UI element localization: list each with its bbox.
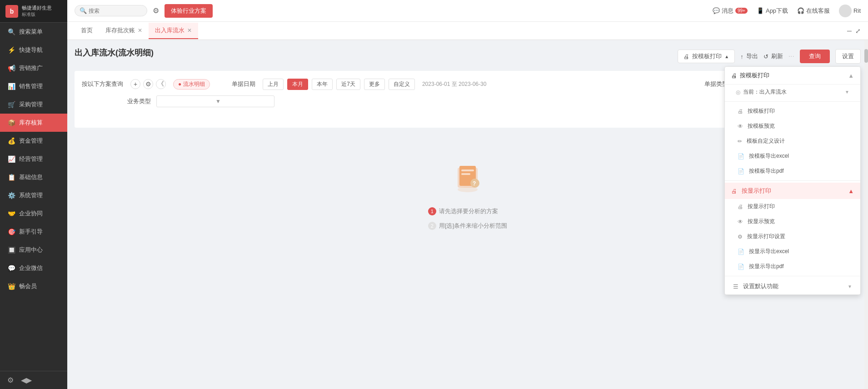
online-service-label: 在线客服 — [806, 7, 830, 15]
sidebar-item-basic[interactable]: 📋 基础信息 — [0, 168, 67, 186]
panel-collapse-icon[interactable]: ▲ — [848, 72, 854, 79]
sidebar-item-guide[interactable]: 🎯 新手引导 — [0, 223, 67, 241]
filter-tag-flow[interactable]: ● 流水明细 — [173, 79, 210, 90]
settings-filter-button[interactable]: ⚙ — [143, 79, 153, 89]
header-left: 🔍 ⚙ 体验行业方案 — [75, 4, 213, 18]
filter-tag-dot: ● — [178, 81, 181, 87]
page-body: 出入库流水(流水明细) 🖨 按模板打印 ▲ ↑ 导出 ↺ 刷新 ··· 查询 设… — [67, 40, 868, 389]
panel-display-print[interactable]: 🖨 按显示打印 — [725, 199, 860, 214]
panel-template-export-excel[interactable]: 📄 按模板导出excel — [725, 149, 860, 164]
panel-default-settings[interactable]: ☰ 设置默认功能 ▼ — [725, 278, 860, 294]
more-options-icon[interactable]: ··· — [788, 52, 794, 60]
display-pdf-icon: 📄 — [738, 264, 744, 270]
panel-template-custom[interactable]: ✏ 模板自定义设计 — [725, 134, 860, 149]
refresh-button[interactable]: ↺ 刷新 — [763, 52, 783, 60]
print-template-button[interactable]: 🖨 按模板打印 ▲ — [678, 50, 735, 63]
print-dropdown-panel: 🖨 按模板打印 ▲ ◎ 当前：出入库流水 ▼ 🖨 按模板打印 👁 按模板预览 — [724, 66, 861, 295]
display-section-arrow: ▲ — [848, 188, 854, 194]
panel-header-title: 🖨 按模板打印 — [731, 71, 769, 80]
svg-rect-3 — [461, 170, 474, 171]
scroll-thumb[interactable] — [864, 49, 868, 63]
panel-display-section-header[interactable]: 🖨 按显示打印 ▲ — [725, 183, 860, 199]
message-item[interactable]: 💬 消息 99+ — [713, 7, 748, 15]
setting-button[interactable]: 设置 — [835, 49, 861, 64]
panel-display-preview[interactable]: 👁 按显示预览 — [725, 214, 860, 229]
sidebar-item-operation[interactable]: 📈 经营管理 — [0, 150, 67, 168]
sidebar-item-purchase-label: 采购管理 — [19, 100, 43, 109]
date-7days-btn[interactable]: 近7天 — [336, 79, 360, 90]
date-year-btn[interactable]: 本年 — [312, 79, 333, 90]
collapse-filter-button[interactable]: 《 — [156, 79, 166, 89]
sidebar-item-member[interactable]: 👑 畅会员 — [0, 277, 67, 295]
panel-display-settings[interactable]: ⚙ 按显示打印设置 — [725, 229, 860, 244]
sidebar: b 畅捷通好生意 标准版 🔍 搜索菜单 ⚡ 快捷导航 📢 营销推广 📊 销售管理… — [0, 0, 67, 389]
tab-batch-close[interactable]: ✕ — [138, 27, 142, 34]
logo-icon: b — [5, 5, 18, 18]
scroll-track[interactable] — [864, 40, 868, 389]
online-service-item[interactable]: 🎧 在线客服 — [797, 7, 830, 15]
panel-display-export-pdf[interactable]: 📄 按显示导出pdf — [725, 259, 860, 274]
tab-flow[interactable]: 出入库流水 ✕ — [149, 23, 198, 39]
sidebar-item-search[interactable]: 🔍 搜索菜单 — [0, 23, 67, 41]
sidebar-item-wechat[interactable]: 💬 企业微信 — [0, 259, 67, 277]
user-avatar-item[interactable]: Rit — [839, 5, 861, 17]
sidebar-item-finance[interactable]: 💰 资金管理 — [0, 132, 67, 150]
tab-batch[interactable]: 库存批次账 ✕ — [99, 23, 149, 39]
sidebar-item-corp[interactable]: 🤝 企业协同 — [0, 204, 67, 223]
logo-badge: 标准版 — [22, 11, 52, 18]
tab-flow-close[interactable]: ✕ — [187, 27, 192, 34]
sidebar-item-marketing[interactable]: 📢 营销推广 — [0, 59, 67, 77]
system-icon: ⚙️ — [7, 191, 15, 199]
query-button[interactable]: 查询 — [800, 50, 830, 63]
sidebar-item-inventory[interactable]: 📦 库存核算 — [0, 114, 67, 132]
industry-solution-button[interactable]: 体验行业方案 — [165, 4, 213, 18]
panel-template-preview[interactable]: 👁 按模板预览 — [725, 119, 860, 134]
add-filter-button[interactable]: + — [130, 79, 140, 89]
display-settings-label: 按显示打印设置 — [747, 233, 785, 240]
sidebar-item-corp-label: 企业协同 — [19, 209, 43, 218]
tab-minimize-icon[interactable]: ─ — [847, 27, 852, 35]
sidebar-item-quick-nav-label: 快捷导航 — [19, 46, 43, 54]
display-export-pdf-label: 按显示导出pdf — [749, 263, 784, 270]
sidebar-item-quick-nav[interactable]: ⚡ 快捷导航 — [0, 41, 67, 59]
tab-expand-icon[interactable]: ⤢ — [855, 27, 861, 35]
date-prev-month-btn[interactable]: 上月 — [263, 79, 284, 90]
refresh-label: 刷新 — [771, 52, 783, 60]
chevron-up-icon: ▲ — [724, 54, 729, 59]
export-button[interactable]: ↑ 导出 — [740, 52, 758, 60]
sidebar-item-system-label: 系统管理 — [19, 191, 43, 199]
panel-display-export-excel[interactable]: 📄 按显示导出excel — [725, 244, 860, 259]
panel-current-label: 当前：出入库流水 — [743, 88, 787, 96]
sidebar-item-sales[interactable]: 📊 销售管理 — [0, 77, 67, 95]
sidebar-item-sales-label: 销售管理 — [19, 82, 43, 90]
date-custom-btn[interactable]: 自定义 — [389, 79, 415, 90]
display-print-label: 按显示打印 — [748, 203, 775, 210]
panel-template-print[interactable]: 🖨 按模板打印 — [725, 104, 860, 119]
panel-divider-1 — [725, 101, 860, 102]
biz-type-arrow-icon: ▼ — [215, 98, 269, 105]
sidebar-item-app-label: 应用中心 — [19, 246, 43, 254]
panel-current-item[interactable]: ◎ 当前：出入库流水 ▼ — [725, 85, 860, 100]
tab-flow-label: 出入库流水 — [155, 26, 185, 35]
collapse-sidebar-icon[interactable]: ◀▶ — [21, 376, 32, 384]
search-input[interactable] — [89, 8, 139, 14]
settings-bottom-icon[interactable]: ⚙ — [7, 376, 14, 384]
biz-type-select[interactable]: ▼ — [156, 95, 274, 107]
empty-illustration: ? — [449, 159, 486, 196]
tabs-right: ─ ⤢ — [847, 27, 861, 35]
sidebar-item-search-label: 搜索菜单 — [19, 28, 43, 36]
user-name: Rit — [853, 7, 861, 14]
tab-home[interactable]: 首页 — [75, 23, 99, 39]
app-download-item[interactable]: 📱 App下载 — [757, 7, 788, 15]
header-search[interactable]: 🔍 — [75, 5, 147, 16]
date-more-btn[interactable]: 更多 — [364, 79, 385, 90]
inventory-icon: 📦 — [7, 119, 15, 127]
gear-button[interactable]: ⚙ — [153, 6, 159, 15]
date-current-month-btn[interactable]: 本月 — [287, 79, 308, 90]
quick-nav-icon: ⚡ — [7, 46, 15, 54]
sidebar-item-purchase[interactable]: 🛒 采购管理 — [0, 95, 67, 114]
sidebar-item-app[interactable]: 🔲 应用中心 — [0, 241, 67, 259]
sidebar-item-system[interactable]: ⚙️ 系统管理 — [0, 186, 67, 204]
panel-template-export-pdf[interactable]: 📄 按模板导出pdf — [725, 164, 860, 179]
svg-rect-4 — [461, 173, 470, 175]
